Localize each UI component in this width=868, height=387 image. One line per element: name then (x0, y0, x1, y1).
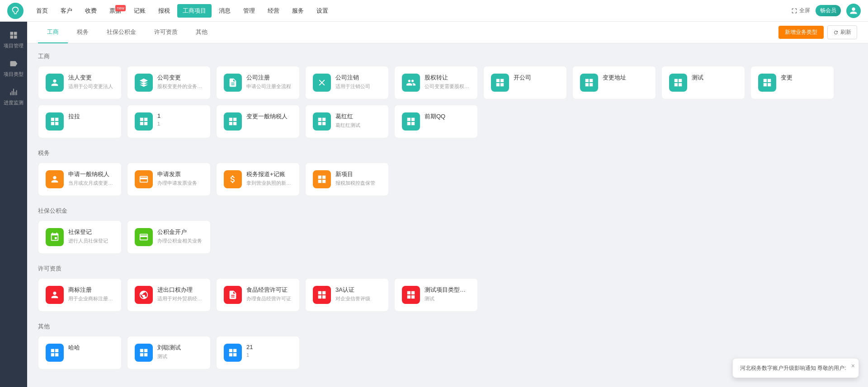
card-gehonghong[interactable]: 葛红红 葛红红测试 (305, 105, 389, 138)
card-apply-invoice[interactable]: 申请发票 办理申请发票业务 (127, 163, 211, 196)
card-qq[interactable]: 前期QQ (394, 105, 478, 138)
sidebar-item-progress[interactable]: 进度监测 (0, 82, 27, 111)
notification-close-button[interactable]: × (851, 362, 855, 369)
card-info-lala: 拉拉 (68, 112, 114, 122)
card-name-apply-taxpayer: 申请一般纳税人 (68, 170, 114, 178)
tab-gongshang[interactable]: 工商 (38, 22, 68, 43)
nav-items: 首页 客户 收费 票据 new 记账 报税 工商项目 消息 管理 经营 服务 设… (31, 4, 791, 18)
card-change-address[interactable]: 变更地址 (572, 66, 656, 99)
card-haha[interactable]: 哈哈 (38, 336, 122, 369)
tag-icon (8, 58, 19, 69)
top-nav: 首页 客户 收费 票据 new 记账 报税 工商项目 消息 管理 经营 服务 设… (0, 0, 868, 22)
card-icon-liucong-test (135, 344, 153, 362)
section-title-qita: 其他 (38, 322, 857, 331)
card-company-cancel[interactable]: 公司注销 适用于注销公司 (305, 66, 389, 99)
card-desc-legal-change: 适用于公司变更法人 (68, 83, 114, 90)
card-info-change-address: 变更地址 (603, 74, 648, 83)
tab-qita[interactable]: 其他 (187, 22, 217, 43)
card-name-company-register: 公司注册 (246, 74, 292, 82)
refresh-button[interactable]: 刷新 (827, 25, 857, 39)
card-trademark[interactable]: 商标注册 用于企业商标注册服务 (38, 278, 122, 312)
sidebar-label-project-manage: 项目管理 (4, 42, 24, 49)
card-info-new-project: 新项目 报税加税控盘保管 (335, 170, 381, 187)
fullscreen-btn[interactable]: 全屏 (791, 7, 810, 14)
nav-industrial[interactable]: 工商项目 (177, 4, 212, 18)
nav-message[interactable]: 消息 (213, 4, 236, 18)
card-lala[interactable]: 拉拉 (38, 105, 122, 138)
avatar[interactable] (846, 4, 861, 18)
card-fund-account[interactable]: 公积金开户 办理公积金相关业务 (127, 220, 211, 254)
tab-xuke[interactable]: 许可资质 (145, 22, 187, 43)
card-company-change[interactable]: 公司变更 股权变更外的业务变更 (127, 66, 211, 99)
sidebar-item-project-type[interactable]: 项目类型 (0, 54, 27, 82)
card-desc-test-type: 测试 (425, 295, 470, 302)
card-icon-21 (224, 344, 242, 362)
notification-text: 河北税务数字账户升级影响通知 尊敬的用户: (740, 364, 851, 372)
card-shebao-register[interactable]: 社保登记 进行人员社保登记 (38, 220, 122, 254)
card-name-change-taxpayer: 变更一般纳税人 (246, 112, 292, 121)
card-icon-open-company (491, 74, 509, 92)
nav-home[interactable]: 首页 (31, 4, 53, 18)
nav-service[interactable]: 服务 (287, 4, 309, 18)
tab-shebao[interactable]: 社保公积金 (98, 22, 145, 43)
card-21[interactable]: 21 1 (216, 336, 300, 369)
nav-charge[interactable]: 收费 (80, 4, 102, 18)
card-icon-company-change (135, 74, 153, 92)
card-open-company[interactable]: 开公司 (483, 66, 567, 99)
nav-tax[interactable]: 报税 (153, 4, 175, 18)
card-icon-one (135, 112, 153, 131)
card-info-apply-invoice: 申请发票 办理申请发票业务 (157, 170, 203, 187)
notification-popup: × 河北税务数字账户升级影响通知 尊敬的用户: (732, 358, 859, 378)
card-import-export[interactable]: 进出口权办理 适用于对外贸易经营者 (127, 278, 211, 312)
card-icon-change-address (580, 74, 598, 92)
card-test[interactable]: 测试 (661, 66, 745, 99)
card-name-open-company: 开公司 (514, 74, 559, 82)
card-desc-equity-transfer: 公司变更需要股权转让 (425, 83, 470, 90)
fullscreen-label: 全屏 (799, 7, 810, 14)
card-one[interactable]: 1 1 (127, 105, 211, 138)
card-3a-cert[interactable]: 3A认证 对企业信誉评级 (305, 278, 389, 312)
card-desc-21: 1 (246, 352, 292, 359)
card-desc-3a-cert: 对企业信誉评级 (335, 295, 381, 302)
card-change[interactable]: 变更 (750, 66, 834, 99)
sidebar-label-project-type: 项目类型 (4, 71, 24, 78)
nav-operation[interactable]: 经营 (262, 4, 285, 18)
card-new-project[interactable]: 新项目 报税加税控盘保管 (305, 163, 389, 196)
nav-customer[interactable]: 客户 (55, 4, 78, 18)
card-info-test: 测试 (692, 74, 737, 83)
tab-shuiwu[interactable]: 税务 (68, 22, 98, 43)
card-icon-test (669, 74, 687, 92)
vip-btn[interactable]: 畅会员 (816, 5, 841, 16)
card-name-import-export: 进出口权办理 (157, 286, 203, 294)
card-icon-change (758, 74, 776, 92)
content-area: 工商 法人变更 适用于公司变更法人 (27, 43, 868, 387)
card-desc-liucong-test: 测试 (157, 353, 203, 360)
card-desc-company-register: 申请公司注册全流程 (246, 83, 292, 90)
card-liucong-test[interactable]: 刘聪测试 测试 (127, 336, 211, 369)
nav-settings[interactable]: 设置 (311, 4, 334, 18)
card-info-tax-bookkeeping: 税务报道+记账 拿到营业执照的新公司 (246, 170, 292, 187)
card-icon-legal-change (46, 74, 64, 92)
nav-ticket[interactable]: 票据 new (104, 4, 127, 18)
sidebar-item-project-manage[interactable]: 项目管理 (0, 25, 27, 54)
card-tax-bookkeeping[interactable]: 税务报道+记账 拿到营业执照的新公司 (216, 163, 300, 196)
card-food-license[interactable]: 食品经营许可证 办理食品经营许可证 (216, 278, 300, 312)
card-info-test-type: 测试项目类型目定义 测试 (425, 286, 470, 302)
card-name-lala: 拉拉 (68, 112, 114, 121)
card-company-register[interactable]: 公司注册 申请公司注册全流程 (216, 66, 300, 99)
card-info-shebao-register: 社保登记 进行人员社保登记 (68, 228, 114, 244)
card-apply-taxpayer[interactable]: 申请一般纳税人 当月或次月成变更完成 (38, 163, 122, 196)
nav-manage[interactable]: 管理 (238, 4, 260, 18)
card-name-food-license: 食品经营许可证 (246, 286, 292, 294)
add-type-button[interactable]: 新增业务类型 (778, 26, 824, 39)
card-test-type[interactable]: 测试项目类型目定义 测试 (394, 278, 478, 312)
sidebar: 项目管理 项目类型 进度监测 (0, 22, 27, 387)
nav-right: 全屏 畅会员 (791, 4, 861, 18)
card-change-taxpayer[interactable]: 变更一般纳税人 (216, 105, 300, 138)
nav-bookkeeping[interactable]: 记账 (128, 4, 151, 18)
card-icon-haha (46, 344, 64, 362)
card-legal-change[interactable]: 法人变更 适用于公司变更法人 (38, 66, 122, 99)
logo[interactable] (7, 3, 24, 19)
new-badge: new (115, 5, 126, 11)
card-equity-transfer[interactable]: 股权转让 公司变更需要股权转让 (394, 66, 478, 99)
